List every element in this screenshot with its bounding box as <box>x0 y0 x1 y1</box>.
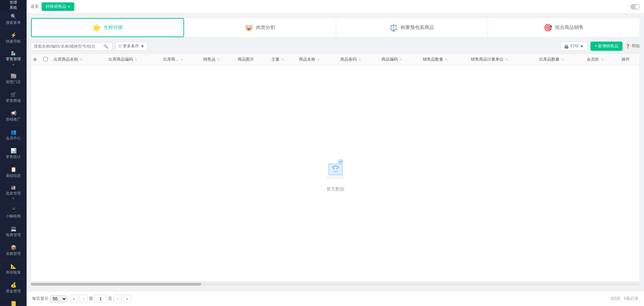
page-label: 第 <box>89 296 93 302</box>
general-ledger-icon: 📒 <box>11 301 16 306</box>
active-tab-label: 特殊销售品 <box>46 4 66 10</box>
chevron-down-icon: ▼ <box>12 197 15 200</box>
th-member-price[interactable]: 会员价 ⇅ <box>585 54 619 65</box>
sidebar-item-wholesale-mgmt[interactable]: 🏭 批发管理 ▼ <box>0 182 27 204</box>
th-sale-unit[interactable]: 销售商品计量单位 ⇅ <box>469 54 537 65</box>
sort-icon[interactable]: ⇅ <box>505 58 508 61</box>
th-label: 操作 <box>621 57 630 62</box>
table-container: ⚙ 出库商品名称 ⇅ 出库商品编码 ⇅ 出库商... ⇅ <box>31 53 640 281</box>
sort-icon[interactable]: ⇅ <box>317 58 320 61</box>
sidebar-item-inventory[interactable]: 📐 库存核算 <box>0 260 27 279</box>
per-page-select[interactable]: 50 10 20 100 <box>50 295 67 303</box>
help-button[interactable]: ❓ 帮助 <box>625 43 640 49</box>
sidebar-item-sales-promo[interactable]: 📢 营销推广 <box>0 107 27 126</box>
th-gear[interactable]: ⚙ <box>31 54 41 65</box>
search-menu-icon: 🔍 <box>11 14 16 19</box>
select-all-checkbox[interactable] <box>43 57 48 61</box>
sidebar-item-ecom-mgmt[interactable]: 💻 电商管理 <box>0 223 27 241</box>
th-label: 出库商品编码 <box>108 57 133 62</box>
th-product-barcode[interactable]: 商品条码 ⇅ <box>338 54 379 65</box>
sort-icon[interactable]: ⇅ <box>135 58 137 61</box>
filter-icon: ▽ <box>118 44 121 49</box>
th-product-img[interactable]: 商品图片 <box>236 54 269 65</box>
filter-label: 更多条件 <box>123 43 139 49</box>
main-content: 首页 特殊销售品 ✕ 🌟 生鲜分级 🐷 肉类分割 ⚖️ 称重预包装商品 <box>27 0 644 306</box>
sidebar-item-retail-mall[interactable]: 🛒 零售商城 <box>0 88 27 107</box>
tab-active[interactable]: 特殊销售品 ✕ <box>42 2 74 11</box>
sort-icon[interactable]: ⇅ <box>80 58 83 61</box>
th-sale-item[interactable]: 销售品 ⇅ <box>201 54 236 65</box>
tab-home[interactable]: 首页 <box>31 4 39 10</box>
last-page-button[interactable]: » <box>123 295 131 303</box>
cat-tab-weight-pack[interactable]: ⚖️ 称重预包装商品 <box>336 18 488 37</box>
sidebar-item-label: 基础信息 <box>6 173 21 178</box>
search-input[interactable] <box>34 44 102 49</box>
sort-icon[interactable]: ⇅ <box>281 58 284 61</box>
filter-button[interactable]: ▽ 更多条件 ▼ <box>115 42 148 51</box>
sort-icon[interactable]: ⇅ <box>400 58 402 61</box>
prev-page-button[interactable]: ‹ <box>79 295 88 303</box>
sidebar-item-finance-mgmt[interactable]: 💰 资金管理 <box>0 279 27 297</box>
sidebar-item-mini-ecom[interactable]: 📱 小畅电商 <box>0 204 27 223</box>
close-tab-icon[interactable]: ✕ <box>68 5 70 9</box>
next-page-button[interactable]: › <box>114 295 122 303</box>
sidebar-item-retail-mgmt[interactable]: 🏪 零售管理 ▲ <box>0 48 27 70</box>
top-bar-right <box>630 4 640 10</box>
page-number-input[interactable] <box>94 295 107 303</box>
sidebar-item-basic-info[interactable]: 📋 基础信息 <box>0 163 27 182</box>
sidebar-item-purchase-mgmt[interactable]: 📦 采购管理 <box>0 241 27 260</box>
total-info: 共0页 0条记录 <box>610 296 639 302</box>
meat-cut-icon: 🐷 <box>245 24 253 32</box>
cat-tab-meat-cut[interactable]: 🐷 肉类分割 <box>184 18 336 37</box>
sidebar-item-member-center[interactable]: 👥 会员中心 <box>0 126 27 144</box>
page-content: 🌟 生鲜分级 🐷 肉类分割 ⚖️ 称重预包装商品 🎯 组合商品销售 🔍 <box>27 14 644 291</box>
total-records: 0条记录 <box>624 296 639 301</box>
cat-tab-label: 称重预包装商品 <box>401 25 434 31</box>
th-product-code[interactable]: 商品编码 ⇅ <box>379 54 421 65</box>
sidebar-item-label: 零售统计 <box>6 154 21 159</box>
cat-tab-label: 组合商品销售 <box>555 25 584 31</box>
add-label: + 新增销售品 <box>595 43 618 49</box>
add-sale-item-button[interactable]: + 新增销售品 <box>590 42 623 51</box>
sort-icon[interactable]: ⇅ <box>561 58 564 61</box>
scrollbar-thumb[interactable] <box>31 283 201 286</box>
search-box[interactable]: 🔍 <box>31 42 113 50</box>
per-page-label: 每页显示 <box>32 296 48 302</box>
sort-icon[interactable]: ⇅ <box>358 58 361 61</box>
sort-icon[interactable]: ⇅ <box>445 58 448 61</box>
th-label: 销售商品计量单位 <box>471 57 504 62</box>
th-out-code[interactable]: 出库商品编码 ⇅ <box>106 54 161 65</box>
sidebar-item-search-menu[interactable]: 🔍 搜索菜单 <box>0 10 27 29</box>
th-main-weight[interactable]: 主量 ⇅ <box>269 54 297 65</box>
th-product-name[interactable]: 商品名称 ⇅ <box>297 54 338 65</box>
th-out-name[interactable]: 出库商品名称 ⇅ <box>51 54 106 65</box>
retail-mgmt-icon: 🏪 <box>11 51 16 56</box>
horizontal-scrollbar[interactable] <box>31 283 640 286</box>
search-icon[interactable]: 🔍 <box>103 44 108 49</box>
th-out-qty[interactable]: 出库品数量 ⇅ <box>537 54 585 65</box>
cat-tab-combo-sales[interactable]: 🎯 组合商品销售 <box>488 18 640 37</box>
th-sale-qty[interactable]: 销售品数量 ⇅ <box>421 54 469 65</box>
sidebar-item-label: 智慧门店 <box>6 79 21 85</box>
category-tabs: 🌟 生鲜分级 🐷 肉类分割 ⚖️ 称重预包装商品 🎯 组合商品销售 <box>31 18 640 37</box>
sidebar-item-label: 搜索菜单 <box>6 20 21 25</box>
first-page-button[interactable]: « <box>70 295 78 303</box>
sidebar-item-quick-nav[interactable]: ⚡ 快捷导航 <box>0 29 27 48</box>
sidebar-item-retail-stats[interactable]: 📊 零售统计 <box>0 144 27 163</box>
print-button[interactable]: 🖨️ 打印 ▼ <box>560 42 588 51</box>
sort-icon[interactable]: ⇅ <box>180 58 183 61</box>
sales-promo-icon: 📢 <box>11 110 16 116</box>
sidebar-item-smart-store[interactable]: 🏬 智慧门店 <box>0 70 27 88</box>
cat-tab-fresh-grade[interactable]: 🌟 生鲜分级 <box>31 18 184 37</box>
toggle-button[interactable] <box>630 4 640 10</box>
svg-point-4 <box>336 168 338 169</box>
sort-icon[interactable]: ⇅ <box>217 58 220 61</box>
smart-store-icon: 🏬 <box>11 73 16 78</box>
sort-icon[interactable]: ⇅ <box>601 58 604 61</box>
sidebar-logo: 管理系统 <box>0 0 27 10</box>
th-out-spec[interactable]: 出库商... ⇅ <box>161 54 201 65</box>
chevron-down-icon: ▲ <box>12 63 15 66</box>
sidebar-item-general-ledger[interactable]: 📒 总账管理 <box>0 297 27 306</box>
th-checkbox[interactable] <box>41 54 51 65</box>
th-label: 商品条码 <box>340 57 357 62</box>
